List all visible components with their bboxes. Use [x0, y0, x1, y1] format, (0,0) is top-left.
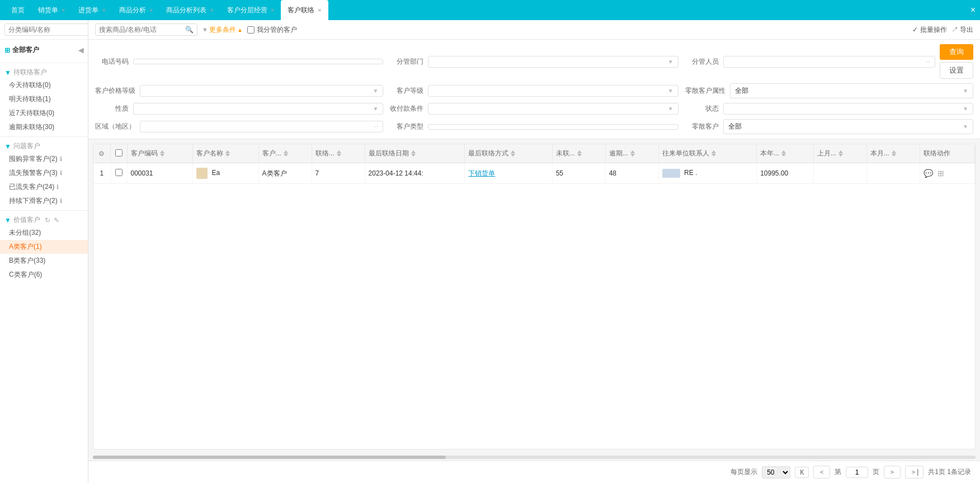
sidebar-item-tomorrow[interactable]: 明天待联络(1)	[0, 92, 88, 106]
sort-level[interactable]: 客户...	[262, 149, 308, 158]
close-sales-tab[interactable]: ×	[62, 7, 65, 13]
select-all-checkbox[interactable]	[115, 149, 123, 157]
retail-customer-input[interactable]: 全部▼	[723, 119, 973, 134]
filter-bar: 🔍 ▼ 更多条件 ▲ 我分管的客户 ✓ 批量操作 ↗ 导出	[88, 20, 980, 40]
settings-button[interactable]: 设置	[940, 62, 973, 79]
table-settings-icon[interactable]: ⚙	[98, 150, 105, 158]
region-input[interactable]: ···	[140, 121, 383, 132]
filter-mine-checkbox[interactable]: 我分管的客户	[247, 25, 297, 35]
sidebar-group-value[interactable]: ▼ 价值客户 ↻ ✎	[0, 213, 88, 226]
sort-this-month[interactable]: 本月...	[870, 149, 916, 158]
person-input[interactable]: ···	[723, 56, 935, 68]
th-contact-count[interactable]: 联络...	[312, 144, 365, 163]
sidebar-item-today[interactable]: 今天待联络(0)	[0, 78, 88, 92]
sort-last-contact-date[interactable]: 最后联络日期	[369, 149, 461, 158]
sidebar-item-hoarding-anomaly[interactable]: 囤购异常客户(2) ℹ	[0, 152, 88, 166]
sidebar-group-pending[interactable]: ▼ 待联络客户	[0, 65, 88, 78]
app-close-button[interactable]: ×	[970, 5, 976, 15]
filter-more-conditions[interactable]: ▼ 更多条件 ▲	[202, 25, 243, 35]
filter-row-price-level: 客户价格等级 ▼	[95, 83, 383, 98]
sort-arrows-contact-count	[337, 150, 341, 157]
scrollbar-thumb[interactable]	[93, 456, 446, 459]
tab-product-analysis[interactable]: 商品分析 ×	[112, 0, 159, 20]
filter-search-input[interactable]	[99, 26, 183, 34]
th-overdue[interactable]: 逾期...	[605, 144, 658, 163]
next-page-button[interactable]: ＞	[884, 466, 901, 479]
th-name[interactable]: 客户名称	[193, 144, 259, 163]
all-customers-header[interactable]: ⊞ 全部客户 ◀	[0, 43, 88, 57]
th-this-year[interactable]: 本年...	[757, 144, 814, 163]
payment-input[interactable]: ▼	[428, 103, 678, 115]
customer-level-input[interactable]: ▼	[428, 85, 678, 97]
close-product-analysis-list-tab[interactable]: ×	[210, 7, 213, 13]
per-page-select[interactable]: 50 100 200	[762, 466, 790, 479]
status-input[interactable]: ▼	[723, 103, 973, 115]
th-last-month[interactable]: 上月...	[813, 144, 866, 163]
query-button[interactable]: 查询	[940, 44, 973, 60]
sidebar-group-problem[interactable]: ▼ 问题客户	[0, 139, 88, 152]
sort-this-year[interactable]: 本年...	[760, 149, 810, 158]
table-body: 1 000031 Ea A类客户	[93, 163, 975, 184]
batch-operation-button[interactable]: ✓ 批量操作	[912, 25, 946, 35]
sidebar-item-class-c[interactable]: C类客户(6)	[0, 268, 88, 282]
sort-overdue[interactable]: 逾期...	[609, 149, 655, 158]
tab-home[interactable]: 首页	[4, 0, 31, 20]
horizontal-scrollbar[interactable]	[88, 454, 980, 461]
last-page-button[interactable]: ＞|	[905, 466, 924, 479]
tab-sales[interactable]: 销货单 ×	[31, 0, 72, 20]
last-contact-method-link[interactable]: 下销货单	[468, 169, 495, 177]
th-code[interactable]: 客户编码	[127, 144, 193, 163]
tab-product-analysis-list[interactable]: 商品分析列表 ×	[159, 0, 220, 20]
prev-page-button[interactable]: ＜	[813, 466, 830, 479]
filter-row-customer-type: 客户类型	[390, 119, 678, 134]
sidebar-item-churn-warning[interactable]: 流失预警客户(3) ℹ	[0, 166, 88, 180]
sort-code[interactable]: 客户编码	[131, 149, 190, 158]
close-customer-contact-tab[interactable]: ×	[318, 7, 321, 13]
close-purchase-tab[interactable]: ×	[102, 7, 105, 13]
close-product-analysis-tab[interactable]: ×	[149, 7, 153, 13]
th-no-contact-days[interactable]: 未联...	[552, 144, 605, 163]
sort-contact-count[interactable]: 联络...	[315, 149, 361, 158]
sidebar-item-class-b[interactable]: B类客户(33)	[0, 254, 88, 268]
customer-type-input[interactable]	[428, 124, 678, 130]
sidebar-item-class-a[interactable]: A类客户(1)	[0, 240, 88, 254]
sort-last-month[interactable]: 上月...	[817, 149, 863, 158]
price-level-input[interactable]: ▼	[140, 85, 383, 97]
tab-customer-stratify[interactable]: 客户分层经营 ×	[220, 0, 281, 20]
edit-groups-icon[interactable]: ✎	[54, 216, 59, 224]
filter-search-icon[interactable]: 🔍	[185, 26, 194, 34]
sort-last-contact-method[interactable]: 最后联络方式	[468, 149, 548, 158]
tab-purchase[interactable]: 进货单 ×	[72, 0, 112, 20]
sidebar-item-overdue[interactable]: 逾期未联络(30)	[0, 120, 88, 134]
sort-contact-person[interactable]: 往来单位联系人	[662, 149, 753, 158]
grid-action-icon[interactable]: ⊞	[937, 169, 944, 178]
tab-customer-contact[interactable]: 客户联络 ×	[281, 0, 328, 20]
refresh-icon[interactable]: ↻	[45, 216, 50, 224]
th-last-contact-date[interactable]: 最后联络日期	[365, 144, 465, 163]
mine-checkbox-input[interactable]	[247, 26, 255, 34]
row-checkbox[interactable]	[115, 169, 123, 176]
th-contact-person[interactable]: 往来单位联系人	[658, 144, 757, 163]
first-page-button[interactable]: К	[795, 467, 809, 478]
row-this-month	[866, 163, 920, 184]
sidebar-item-7days[interactable]: 近7天待联络(0)	[0, 106, 88, 120]
phone-input[interactable]	[133, 59, 383, 64]
th-level[interactable]: 客户...	[258, 144, 312, 163]
sort-name[interactable]: 客户名称	[196, 149, 255, 158]
nature-input[interactable]: ▼	[133, 103, 383, 115]
export-button[interactable]: ↗ 导出	[951, 25, 973, 35]
retail-attr-input[interactable]: 全部▼	[730, 83, 973, 98]
th-last-contact-method[interactable]: 最后联络方式	[465, 144, 552, 163]
sort-no-contact-days[interactable]: 未联...	[556, 149, 602, 158]
sidebar-item-unclassified[interactable]: 未分组(32)	[0, 226, 88, 240]
sidebar-search-input[interactable]	[4, 23, 88, 36]
filter-row-nature: 性质 ▼	[95, 103, 383, 115]
dept-input[interactable]: ▼	[428, 56, 678, 68]
th-this-month[interactable]: 本月...	[866, 144, 920, 163]
chat-action-icon[interactable]: 💬	[924, 169, 933, 178]
page-number-input[interactable]	[846, 467, 868, 478]
sidebar-item-churned[interactable]: 已流失客户(24) ℹ	[0, 180, 88, 194]
more-conditions-arrow: ▲	[237, 27, 243, 33]
close-customer-stratify-tab[interactable]: ×	[271, 7, 274, 13]
sidebar-item-declining[interactable]: 持续下滑客户(2) ℹ	[0, 194, 88, 208]
